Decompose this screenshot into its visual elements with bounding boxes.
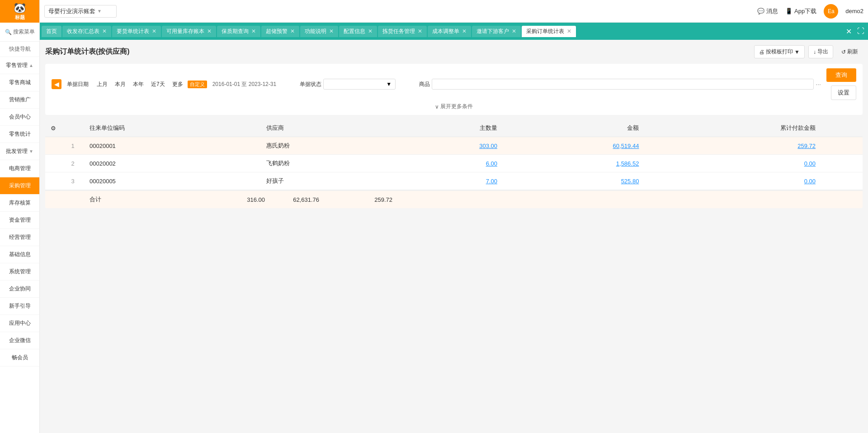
filter-toggle-button[interactable]: ◀ [52,79,61,89]
sidebar-item-inventory[interactable]: 库存核算 [0,195,39,212]
shortcut-more[interactable]: 更多 [170,80,186,89]
settings-button[interactable]: 设置 [831,86,856,100]
tab-requisition-stats[interactable]: 要货单统计表 ✕ [112,26,161,37]
tab-invite-downstream[interactable]: 邀请下游客户 ✕ [472,26,521,37]
tabbar-fullscreen-btn[interactable]: ⛶ [855,25,866,37]
sidebar-item-retail-mall[interactable]: 零售商城 [0,74,39,91]
refresh-icon: ↺ [841,49,846,55]
tab-home[interactable]: 首页 [42,26,61,37]
tab-close-cost-adjust[interactable]: ✕ [462,29,467,34]
message-button[interactable]: 💬 消息 [757,7,778,15]
sidebar-item-new-guide[interactable]: 新手引导 [0,298,39,315]
row1-spacer [821,137,863,155]
goods-more-icon[interactable]: ··· [816,81,821,88]
row1-qty: 303.00 [392,137,503,155]
filter-row-1: ◀ 单据日期 上月 本月 本年 近7天 更多 自定义 2016-01-01 至 … [52,68,856,100]
expand-more-button[interactable]: ∨ 展开更多条件 [435,103,473,110]
tab-close-available-inventory[interactable]: ✕ [207,29,212,34]
status-filter: 单据状态 ▼ [300,79,396,90]
workspace-name: 母婴行业演示账套 [48,7,95,15]
username-label[interactable]: demo2 [845,8,863,14]
tab-close-requisition-stats[interactable]: ✕ [152,29,156,34]
tab-close-shelf-life[interactable]: ✕ [251,29,256,34]
search-icon: 🔍 [5,29,12,35]
status-dropdown-icon: ▼ [386,81,392,87]
goods-input[interactable] [432,79,814,90]
sidebar-item-basic-info[interactable]: 基础信息 [0,246,39,263]
row2-seq: 2 [61,155,84,172]
topbar: 母婴行业演示账套 ▼ 💬 消息 📱 App下载 Ea demo2 [40,0,868,23]
table-row: 2 00020002 飞鹤奶粉 6.00 1,586.52 0.00 [45,155,863,172]
query-button[interactable]: 查询 [826,68,856,82]
tabbar-close-btn[interactable]: ✕ [844,25,854,38]
shortcut-last-month[interactable]: 上月 [94,80,110,89]
sidebar-item-retail[interactable]: 零售管理 ▲ [0,57,39,74]
status-label: 单据状态 [300,81,321,88]
search-menu-button[interactable]: 🔍 搜索菜单 [3,26,37,38]
col-gear[interactable]: ⚙ [45,119,61,137]
sidebar-item-finance[interactable]: 资金管理 [0,212,39,229]
tab-close-invite-downstream[interactable]: ✕ [512,29,516,34]
tab-available-inventory[interactable]: 可用量库存账本 ✕ [162,26,216,37]
sidebar-item-enterprise-wechat[interactable]: 企业微信 [0,332,39,349]
tab-purchase-order-stats[interactable]: 采购订单统计表 ✕ [522,26,576,37]
sidebar-item-ecommerce[interactable]: 电商管理 [0,160,39,177]
message-icon: 💬 [757,8,764,14]
avatar[interactable]: Ea [824,4,838,19]
sidebar-item-vip[interactable]: 畅会员 [0,349,39,366]
tab-shelf-life[interactable]: 保质期查询 ✕ [217,26,260,37]
app-download-button[interactable]: 📱 App下载 [785,7,816,15]
tab-picking-task[interactable]: 拣货任务管理 ✕ [378,26,427,37]
status-select[interactable]: ▼ [323,79,396,90]
col-supplier: 供应商 [261,119,392,137]
print-button[interactable]: 🖨 按模板打印 ▼ [754,45,805,58]
data-table-wrap: ⚙ 往来单位编码 供应商 主数量 金额 累计付款金额 1 00020001 [45,119,863,208]
tab-close-purchase-order-stats[interactable]: ✕ [567,29,571,34]
row3-spacer [821,172,863,190]
tab-function-desc[interactable]: 功能说明 ✕ [300,26,338,37]
sidebar-item-purchase[interactable]: 采购管理 [0,177,39,195]
sidebar-item-app-center[interactable]: 应用中心 [0,315,39,332]
export-button[interactable]: ↓ 导出 [808,45,833,58]
footer-amount: 62,631.76 [270,196,325,203]
filter-expand-row: ∨ 展开更多条件 [52,103,856,110]
tab-close-picking-task[interactable]: ✕ [418,29,422,34]
refresh-button[interactable]: ↺ 刷新 [837,46,863,58]
tab-close-function-desc[interactable]: ✕ [329,29,334,34]
tab-receive-summary[interactable]: 收发存汇总表 ✕ [62,26,111,37]
tab-overstock[interactable]: 超储预警 ✕ [261,26,299,37]
tab-config-info[interactable]: 配置信息 ✕ [339,26,377,37]
sidebar-item-marketing[interactable]: 营销推广 [0,91,39,109]
row2-unit-code: 00020002 [84,155,261,172]
tab-cost-adjust[interactable]: 成本调整单 ✕ [428,26,471,37]
workspace-selector[interactable]: 母婴行业演示账套 ▼ [44,5,117,18]
tab-close-config-info[interactable]: ✕ [368,29,373,34]
sidebar-item-sys-mgmt[interactable]: 系统管理 [0,263,39,281]
page-header: 采购订单统计表(按供应商) 🖨 按模板打印 ▼ ↓ 导出 ↺ 刷新 [45,45,863,58]
shortcut-last-7-days[interactable]: 近7天 [148,80,168,89]
logo-text: 标题 [15,14,25,21]
export-icon: ↓ [813,49,816,55]
sidebar-item-wholesale[interactable]: 批发管理 ▼ [0,143,39,160]
col-amount: 金额 [503,119,644,137]
sidebar-item-retail-stats[interactable]: 零售统计 [0,126,39,143]
sidebar-item-member[interactable]: 会员中心 [0,109,39,126]
goods-filter: 商品 ··· [419,79,821,90]
row3-amount: 525.80 [503,172,644,190]
table-header-row: ⚙ 往来单位编码 供应商 主数量 金额 累计付款金额 [45,119,863,137]
logo[interactable]: 🐼 标题 [0,0,39,23]
sidebar-item-enterprise[interactable]: 企业协同 [0,281,39,298]
quick-nav-button[interactable]: 快捷导航 [0,42,39,57]
row3-unit-code: 00020005 [84,172,261,190]
sidebar: 🐼 标题 🔍 搜索菜单 快捷导航 零售管理 ▲ 零售商城 营销推广 会员中心 零… [0,0,40,433]
tab-close-receive-summary[interactable]: ✕ [102,29,107,34]
date-filter-label: 单据日期 [67,81,89,88]
shortcut-this-year[interactable]: 本年 [130,80,146,89]
filter-toggle-icon: ◀ [54,81,59,88]
tab-close-overstock[interactable]: ✕ [290,29,295,34]
page-content: 采购订单统计表(按供应商) 🖨 按模板打印 ▼ ↓ 导出 ↺ 刷新 [40,40,868,433]
col-seq [61,119,84,137]
shortcut-this-month[interactable]: 本月 [112,80,128,89]
sidebar-item-operations[interactable]: 经营管理 [0,229,39,246]
data-table: ⚙ 往来单位编码 供应商 主数量 金额 累计付款金额 1 00020001 [45,119,863,190]
